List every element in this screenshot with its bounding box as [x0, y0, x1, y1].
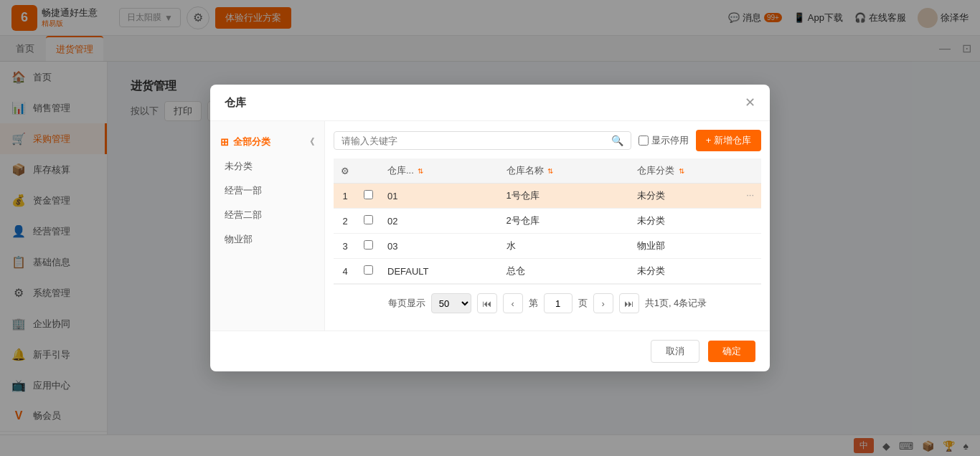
- row1-more-icon[interactable]: ···: [746, 189, 754, 200]
- modal-overlay[interactable]: 仓库 ✕ ⊞ 全部分类 《 未分类 经营一部 经营二部 物业部: [0, 0, 980, 456]
- show-disabled-checkbox[interactable]: [639, 136, 649, 146]
- warehouse-modal: 仓库 ✕ ⊞ 全部分类 《 未分类 经营一部 经营二部 物业部: [210, 85, 770, 371]
- category-unclassified[interactable]: 未分类: [210, 154, 324, 179]
- table-toolbar: 🔍 显示停用 + 新增仓库: [334, 130, 761, 151]
- table-row[interactable]: 3 03 水 物业部: [334, 234, 761, 259]
- category-property[interactable]: 物业部: [210, 227, 324, 252]
- category-ops1[interactable]: 经营一部: [210, 179, 324, 203]
- sort-cat-icon: ⇅: [679, 167, 684, 175]
- cancel-button[interactable]: 取消: [651, 340, 699, 363]
- confirm-button[interactable]: 确定: [708, 341, 755, 362]
- pagination-bar: 每页显示 50 20 100 ⏮ ‹ 第 页 › ⏭ 共1页, 4条记录: [334, 284, 761, 322]
- search-input[interactable]: [341, 136, 611, 146]
- first-page-btn[interactable]: ⏮: [477, 293, 497, 313]
- add-warehouse-button[interactable]: + 新增仓库: [696, 130, 761, 151]
- col-checkbox: [357, 158, 380, 184]
- grid-icon: ⊞: [220, 136, 229, 148]
- category-ops2[interactable]: 经营二部: [210, 203, 324, 227]
- table-body: 1 01 1号仓库 未分类 ··· 2 02 2号仓库 未分类: [334, 184, 761, 284]
- table-row[interactable]: 2 02 2号仓库 未分类: [334, 209, 761, 234]
- modal-close-button[interactable]: ✕: [745, 95, 755, 110]
- category-panel: ⊞ 全部分类 《 未分类 经营一部 经营二部 物业部: [210, 121, 325, 331]
- row1-checkbox[interactable]: [364, 190, 373, 199]
- table-row[interactable]: 4 DEFAULT 总仓 未分类: [334, 259, 761, 284]
- row3-checkbox[interactable]: [364, 240, 373, 250]
- warehouse-table: ⚙ 仓库... ⇅ 仓库名称 ⇅ 仓库分类: [334, 158, 761, 284]
- modal-title: 仓库: [225, 96, 246, 110]
- col-name: 仓库名称 ⇅: [499, 158, 631, 184]
- search-icon: 🔍: [611, 135, 623, 146]
- search-box: 🔍: [334, 131, 631, 150]
- modal-footer: 取消 确定: [210, 331, 770, 371]
- page-number-input[interactable]: [544, 293, 573, 313]
- row2-checkbox[interactable]: [364, 215, 373, 224]
- col-code: 仓库... ⇅: [380, 158, 499, 184]
- row4-checkbox[interactable]: [364, 265, 373, 275]
- last-page-btn[interactable]: ⏭: [619, 293, 639, 313]
- page-size-select[interactable]: 50 20 100: [431, 293, 471, 313]
- table-panel: 🔍 显示停用 + 新增仓库 ⚙ 仓库.: [325, 121, 770, 331]
- show-disabled-label: 显示停用: [639, 134, 689, 147]
- modal-header: 仓库 ✕: [210, 85, 770, 121]
- table-header: ⚙ 仓库... ⇅ 仓库名称 ⇅ 仓库分类: [334, 158, 761, 184]
- sort-code-icon: ⇅: [418, 167, 423, 175]
- col-settings: ⚙: [334, 158, 357, 184]
- sort-name-icon: ⇅: [547, 167, 553, 175]
- next-page-btn[interactable]: ›: [593, 293, 613, 313]
- table-row[interactable]: 1 01 1号仓库 未分类 ···: [334, 184, 761, 209]
- all-categories-btn[interactable]: ⊞ 全部分类 《: [210, 130, 324, 154]
- collapse-icon[interactable]: 《: [306, 136, 314, 148]
- col-category: 仓库分类 ⇅: [630, 158, 761, 184]
- prev-page-btn[interactable]: ‹: [503, 293, 523, 313]
- modal-body: ⊞ 全部分类 《 未分类 经营一部 经营二部 物业部 🔍: [210, 121, 770, 331]
